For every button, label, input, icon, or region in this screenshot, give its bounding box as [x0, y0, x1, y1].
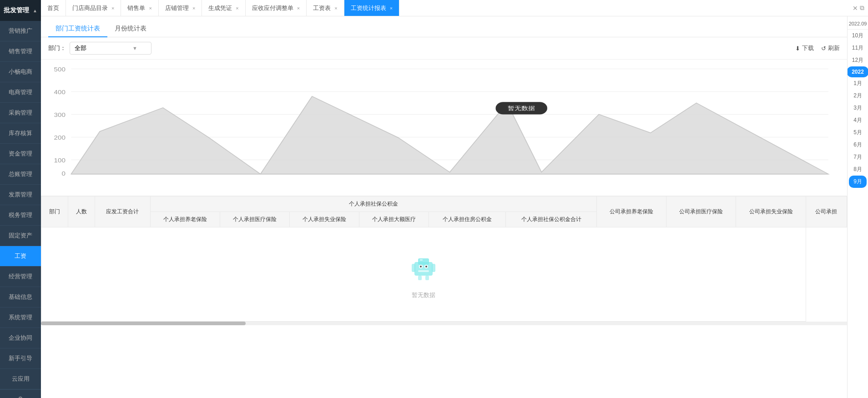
- time-panel-item-5月[interactable]: 5月: [847, 126, 868, 139]
- tab-首页[interactable]: 首页: [41, 0, 66, 16]
- sidebar-item-小畅电商[interactable]: 小畅电商: [0, 62, 41, 82]
- sidebar-item-系统管理[interactable]: 系统管理: [0, 307, 41, 328]
- tab-工资统计报表[interactable]: 工资统计报表×: [344, 0, 399, 16]
- col-company-pension: 公司承担养老保险: [597, 196, 666, 227]
- svg-rect-22: [412, 264, 415, 272]
- empty-state: 暂无数据: [46, 231, 801, 317]
- sidebar-item-经营管理[interactable]: 经营管理: [0, 267, 41, 287]
- sidebar-item-电商管理[interactable]: 电商管理: [0, 82, 41, 103]
- sidebar-item-库存核算[interactable]: 库存核算: [0, 123, 41, 144]
- sidebar-item-新手引导[interactable]: 新手引导: [0, 348, 41, 369]
- tab-close-icon[interactable]: ×: [111, 5, 114, 11]
- close-all-icon[interactable]: ✕: [853, 5, 858, 12]
- h-scrollbar-thumb[interactable]: [41, 322, 246, 325]
- sidebar-header[interactable]: 批发管理 ▲: [0, 0, 41, 21]
- svg-marker-12: [71, 96, 828, 174]
- svg-text:300: 300: [54, 111, 66, 118]
- download-button[interactable]: ⬇ 下载: [795, 44, 814, 52]
- time-panel-item-10月[interactable]: 10月: [847, 30, 868, 42]
- tab-工资表[interactable]: 工资表×: [307, 0, 344, 16]
- empty-robot-icon: [405, 249, 442, 286]
- sidebar-item-云应用[interactable]: 云应用: [0, 369, 41, 389]
- h-scrollbar[interactable]: [41, 322, 847, 325]
- tab-label: 首页: [47, 4, 59, 12]
- col-group-personal: 个人承担社保公积金: [150, 196, 597, 212]
- sidebar-item-采购管理[interactable]: 采购管理: [0, 103, 41, 123]
- sidebar: 批发管理 ▲ 营销推广销售管理小畅电商电商管理采购管理库存核算资金管理总账管理发…: [0, 0, 41, 398]
- svg-point-19: [420, 266, 422, 267]
- refresh-label: 刷新: [828, 44, 840, 52]
- time-panel-item-2月[interactable]: 2月: [847, 90, 868, 102]
- svg-rect-25: [425, 276, 429, 280]
- time-panel-header: 2022.09: [847, 18, 868, 30]
- col-personal-unemploy: 个人承担失业保险: [289, 212, 359, 227]
- tab-应收应付调整单[interactable]: 应收应付调整单×: [246, 0, 307, 16]
- tab-门店商品目录[interactable]: 门店商品目录×: [66, 0, 121, 16]
- tab-label: 生成凭证: [208, 4, 232, 12]
- time-panel-item-9月[interactable]: 9月: [849, 176, 867, 188]
- tab-bar-actions: ✕ ⧉: [849, 4, 868, 12]
- sidebar-item-税务管理[interactable]: 税务管理: [0, 205, 41, 226]
- tab-close-icon[interactable]: ×: [390, 5, 393, 11]
- tab-close-icon[interactable]: ×: [297, 5, 300, 11]
- sidebar-item-工资[interactable]: 工资: [0, 246, 41, 267]
- tab-close-icon[interactable]: ×: [149, 5, 151, 11]
- sub-tab-month[interactable]: 月份统计表: [107, 21, 154, 37]
- time-panel-item-7月[interactable]: 7月: [847, 151, 868, 163]
- tab-close-icon[interactable]: ×: [236, 5, 238, 11]
- col-personal-major-medical: 个人承担大额医疗: [359, 212, 429, 227]
- sidebar-item-营销推广[interactable]: 营销推广: [0, 21, 41, 41]
- col-company-medical: 公司承担医疗保险: [666, 196, 736, 227]
- time-panel-item-4月[interactable]: 4月: [847, 114, 868, 126]
- restore-icon[interactable]: ⧉: [860, 4, 864, 12]
- svg-text:400: 400: [54, 89, 66, 95]
- col-total-salary: 应发工资合计: [95, 196, 150, 227]
- data-table: 部门 人数 应发工资合计 个人承担社保公积金 公司承担养老保险 公司承担医疗保险…: [41, 196, 847, 322]
- time-panel-item-8月[interactable]: 8月: [847, 163, 868, 176]
- svg-text:0: 0: [61, 170, 66, 176]
- svg-text:暂无数据: 暂无数据: [508, 105, 535, 111]
- col-personal-pension: 个人承担养老保险: [150, 212, 220, 227]
- tab-销售单[interactable]: 销售单×: [121, 0, 158, 16]
- sidebar-item-基础信息[interactable]: 基础信息: [0, 287, 41, 307]
- col-company-other: 公司承担: [806, 196, 847, 227]
- time-panel: 2022.0910月11月12月20221月2月3月4月5月6月7月8月9月: [847, 16, 868, 398]
- time-panel-item-1月[interactable]: 1月: [847, 77, 868, 90]
- download-icon: ⬇: [795, 45, 800, 52]
- sub-tab-dept[interactable]: 部门工资统计表: [48, 21, 107, 37]
- empty-text: 暂无数据: [412, 291, 435, 299]
- svg-rect-16: [418, 258, 429, 265]
- time-panel-item-2022[interactable]: 2022: [847, 66, 868, 77]
- dept-select-value: 全部: [75, 44, 86, 52]
- tab-label: 店铺管理: [165, 4, 189, 12]
- refresh-button[interactable]: ↺ 刷新: [821, 44, 840, 52]
- tab-生成凭证[interactable]: 生成凭证×: [202, 0, 245, 16]
- sidebar-item-总账管理[interactable]: 总账管理: [0, 164, 41, 185]
- time-panel-item-6月[interactable]: 6月: [847, 139, 868, 151]
- svg-rect-23: [432, 264, 435, 272]
- tab-close-icon[interactable]: ×: [192, 5, 195, 11]
- tab-店铺管理[interactable]: 店铺管理×: [159, 0, 202, 16]
- tab-bar: 首页门店商品目录×销售单×店铺管理×生成凭证×应收应付调整单×工资表×工资统计报…: [41, 0, 868, 16]
- time-panel-item-3月[interactable]: 3月: [847, 102, 868, 114]
- svg-text:500: 500: [54, 66, 66, 72]
- time-panel-item-12月[interactable]: 12月: [847, 54, 868, 66]
- sidebar-settings-button[interactable]: ⚙: [0, 389, 41, 398]
- sidebar-item-发票管理[interactable]: 发票管理: [0, 185, 41, 205]
- toolbar-left: 部门： 全部 ▼: [48, 42, 151, 55]
- tab-label: 工资统计报表: [351, 4, 386, 12]
- tab-label: 销售单: [127, 4, 145, 12]
- tab-close-icon[interactable]: ×: [334, 5, 337, 11]
- dept-select[interactable]: 全部 ▼: [70, 42, 151, 55]
- main-area: 首页门店商品目录×销售单×店铺管理×生成凭证×应收应付调整单×工资表×工资统计报…: [41, 0, 868, 398]
- toolbar: 部门： 全部 ▼ ⬇ 下载 ↺ 刷新: [41, 37, 847, 60]
- sidebar-item-企业协同[interactable]: 企业协同: [0, 328, 41, 348]
- sidebar-item-固定资产[interactable]: 固定资产: [0, 226, 41, 246]
- svg-rect-21: [418, 270, 429, 272]
- sidebar-item-资金管理[interactable]: 资金管理: [0, 144, 41, 164]
- time-panel-item-11月[interactable]: 11月: [847, 42, 868, 54]
- col-dept: 部门: [41, 196, 68, 227]
- svg-text:200: 200: [54, 134, 66, 141]
- sidebar-collapse-icon: ▲: [33, 8, 37, 13]
- sidebar-item-销售管理[interactable]: 销售管理: [0, 41, 41, 62]
